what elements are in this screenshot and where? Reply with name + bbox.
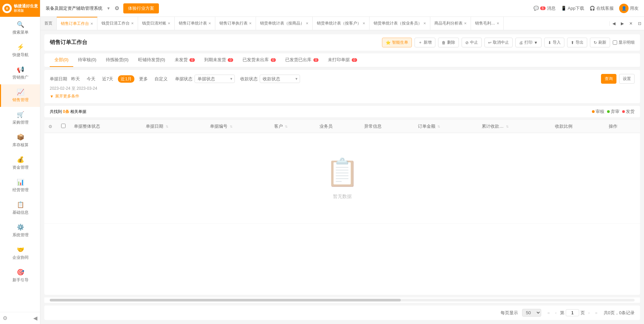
tab-close-btn[interactable]: ✕ <box>464 22 467 25</box>
empty-state: 📋 暂无数据 <box>48 136 636 220</box>
sidebar-item-search[interactable]: 🔍 搜索菜单 <box>0 17 40 39</box>
tab-nav-next[interactable]: ▶ <box>618 21 627 26</box>
col-customer[interactable]: 客户 ⇅ <box>270 120 316 133</box>
sidebar-item-basic-info[interactable]: 📋 基础信息 <box>0 197 40 219</box>
page-next-btn[interactable]: › <box>586 310 592 316</box>
page-first-btn[interactable]: « <box>545 310 552 316</box>
col-exception-label: 异常信息 <box>364 124 382 129</box>
export-btn[interactable]: ⬆ 导出 <box>567 38 587 47</box>
col-collected[interactable]: 累计收款… ⇅ <box>478 120 551 133</box>
print-btn[interactable]: 🖨 打印 ▼ <box>515 38 542 47</box>
cancel-audit-action-btn[interactable]: 弃审 <box>607 109 619 115</box>
select-all-checkbox[interactable] <box>61 124 66 128</box>
tab-close-btn[interactable]: ✕ <box>362 22 365 25</box>
refresh-btn[interactable]: ↻ 刷新 <box>590 38 610 47</box>
tab-close-btn[interactable]: ✕ <box>131 22 134 25</box>
cancel-stop-btn[interactable]: ↩ 取消中止 <box>484 38 513 47</box>
page-input[interactable] <box>566 309 579 316</box>
tab-sales-margin[interactable]: 销售毛利… ✕ <box>471 17 504 30</box>
tab-sales-by-customer[interactable]: 销货单统计表（按客户） ✕ <box>313 17 370 30</box>
page-prev-btn[interactable]: ‹ <box>553 310 559 316</box>
sidebar-item-purchase[interactable]: 🛒 采购管理 <box>0 107 40 129</box>
sidebar-item-sales[interactable]: 📈 销售管理 <box>0 84 40 107</box>
query-btn[interactable]: 查询 <box>601 74 616 84</box>
date-opt-yesterday[interactable]: 昨天 <box>69 75 82 83</box>
online-service-action[interactable]: 🎧 在线客服 <box>590 5 614 11</box>
ship-action-btn[interactable]: 发货 <box>622 109 635 115</box>
tab-sales-by-product[interactable]: 销货单统计表（按商品） ✕ <box>256 17 313 30</box>
date-opt-today[interactable]: 今天 <box>85 75 97 83</box>
cancel-stop-icon: ↩ <box>488 40 491 45</box>
sidebar-item-system[interactable]: ⚙️ 系统管理 <box>0 219 40 242</box>
user-action[interactable]: 👤 用友 <box>619 4 639 13</box>
import-btn[interactable]: ⬇ 导入 <box>544 38 564 47</box>
per-page-select[interactable]: 50 100 200 <box>522 309 541 317</box>
sub-tab-unshipped[interactable]: 未发货 0 <box>170 53 200 67</box>
tab-sales-order-workbench[interactable]: 销售订单工作台 ✕ <box>57 17 97 30</box>
sub-tab-unprinted[interactable]: 未打印单据 0 <box>323 53 361 67</box>
sidebar-item-marketing[interactable]: 📢 营销推广 <box>0 62 40 84</box>
date-opt-1month[interactable]: 近1月 <box>118 75 134 83</box>
date-opt-more[interactable]: 更多 <box>137 75 150 83</box>
tab-cash-reconcile[interactable]: 钱货日清对账 ✕ <box>138 17 175 30</box>
tab-close-btn[interactable]: ✕ <box>208 22 211 25</box>
payment-select[interactable]: 收款状态 <box>260 75 300 83</box>
sidebar-item-inventory[interactable]: 📦 库存核算 <box>0 129 40 152</box>
tab-gross-profit[interactable]: 商品毛利分析表 ✕ <box>430 17 471 30</box>
industry-btn[interactable]: 体验行业方案 <box>123 3 159 13</box>
sub-tab-shipped-not-out[interactable]: 已发货未出库 0 <box>238 53 281 67</box>
tab-close-btn[interactable]: ✕ <box>497 22 499 25</box>
settings-bottom-btn[interactable]: ⚙ <box>3 315 7 321</box>
tab-close-all[interactable]: ✕ <box>627 21 635 26</box>
col-date[interactable]: 单据日期 ⇅ <box>142 120 206 133</box>
stop-btn[interactable]: ⊘ 中止 <box>462 38 482 47</box>
status-select[interactable]: 单据状态 <box>195 75 235 83</box>
tab-close-btn[interactable]: ✕ <box>423 22 426 25</box>
app-download-action[interactable]: 📱 App下载 <box>561 5 584 11</box>
audit-action-btn[interactable]: 审核 <box>592 109 604 115</box>
tab-sales-stat[interactable]: 销售订单统计表 ✕ <box>175 17 215 30</box>
hscroll-thumb[interactable] <box>50 299 401 301</box>
sub-tab-wangpu[interactable]: 旺铺待发货(0) <box>133 53 170 67</box>
tab-sales-exec[interactable]: 销售订单执行表 ✕ <box>215 17 256 30</box>
tab-close-btn[interactable]: ✕ <box>249 22 252 25</box>
topbar-settings-icon[interactable]: ⚙ <box>115 5 119 11</box>
date-opt-7days[interactable]: 近7天 <box>100 75 115 83</box>
tab-sales-by-staff[interactable]: 销货单统计表（按业务员） ✕ <box>370 17 430 30</box>
sidebar-item-enterprise[interactable]: 🤝 企业协同 <box>0 242 40 265</box>
date-opt-custom[interactable]: 自定义 <box>153 75 170 83</box>
new-btn[interactable]: ＋ 新增 <box>415 38 435 47</box>
tab-close-btn[interactable]: ✕ <box>168 22 170 25</box>
collapse-btn[interactable]: ◀ <box>33 315 37 321</box>
filter-expand-btn[interactable]: ▼ 展开更多条件 <box>50 93 635 99</box>
sub-tab-all[interactable]: 全部(0) <box>50 53 73 67</box>
ai-btn[interactable]: ⭐ 智能生单 <box>382 38 412 47</box>
tab-home[interactable]: 首页 <box>40 17 57 30</box>
tab-close-btn[interactable]: ✕ <box>90 22 93 26</box>
show-detail-label[interactable]: 显示明细 <box>613 40 635 45</box>
settings-filter-btn[interactable]: 设置 <box>619 74 635 84</box>
hscroll[interactable] <box>50 299 635 301</box>
delete-btn[interactable]: 🗑 删除 <box>438 38 459 47</box>
module-dropdown-icon[interactable]: ▼ <box>106 6 111 11</box>
show-detail-checkbox[interactable] <box>613 40 617 45</box>
sub-tab-pending-check[interactable]: 待拣验货(0) <box>101 53 133 67</box>
tab-close-btn[interactable]: ✕ <box>306 22 308 25</box>
sub-tab-pending-review[interactable]: 待审核(0) <box>73 53 101 67</box>
page-last-btn[interactable]: » <box>593 310 599 316</box>
sub-tab-shipped-out[interactable]: 已发货已出库 0 <box>281 53 323 67</box>
col-amount[interactable]: 订单金额 ⇅ <box>414 120 478 133</box>
message-action[interactable]: 💬 6 消息 <box>533 5 556 11</box>
sidebar-item-finance[interactable]: 💰 资金管理 <box>0 152 40 174</box>
sidebar-item-guide[interactable]: 🎯 新手引导 <box>0 265 40 287</box>
sub-tab-overdue[interactable]: 到期未发货 0 <box>200 53 238 67</box>
tab-expand[interactable]: ⊡ <box>635 21 644 26</box>
table-settings-col[interactable]: ⚙ <box>44 120 56 133</box>
tab-cash-daily[interactable]: 钱货日清工作台 ✕ <box>97 17 138 30</box>
sidebar-item-quicknav[interactable]: ⚡ 快捷导航 <box>0 39 40 62</box>
col-number[interactable]: 单据编号 ⇅ <box>206 120 270 133</box>
date-filter-label: 单据日期 <box>50 76 67 82</box>
sidebar-item-management[interactable]: 📊 经营管理 <box>0 174 40 197</box>
tab-nav-prev[interactable]: ◀ <box>610 21 618 26</box>
results-suffix: 相关单据 <box>70 109 86 114</box>
